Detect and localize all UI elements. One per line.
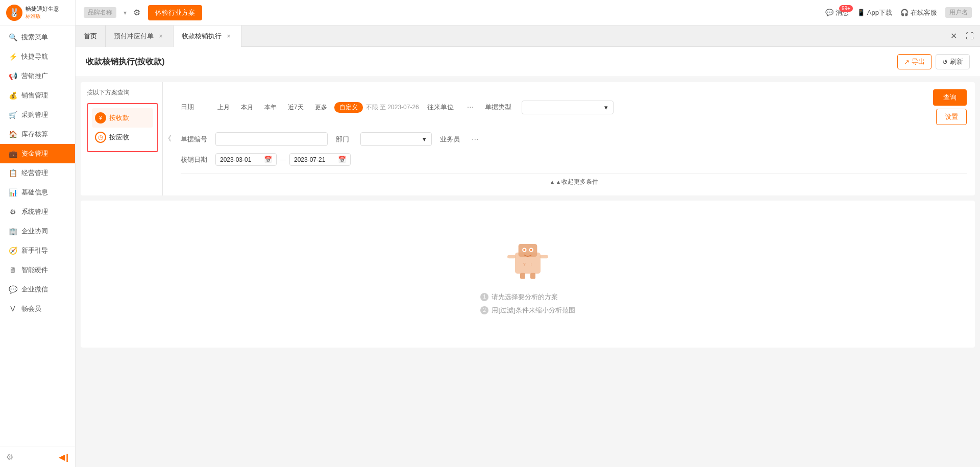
content-area: 收款核销执行(按收款) ↗ 导出 ↺ 刷新 按以下方案查询 ¥ — [76, 47, 980, 467]
settings-gear-icon[interactable]: ⚙ — [6, 452, 13, 462]
filter-option-by-receivable[interactable]: ◷ 按应收 — [92, 128, 153, 147]
calendar-start-icon[interactable]: 📅 — [264, 156, 272, 163]
tip-number-2: 2 — [480, 306, 488, 314]
tip-text-2: 用[过滤]条件来缩小分析范围 — [492, 304, 575, 317]
collapse-more-btn[interactable]: ▲▲ 收起更多条件 — [181, 173, 967, 188]
doc-type-select[interactable]: ▾ — [522, 101, 614, 114]
shortcut-this-year[interactable]: 本年 — [260, 102, 281, 113]
tab-expand-icon[interactable]: ⛶ — [964, 30, 976, 42]
svg-rect-8 — [507, 255, 516, 259]
dept-chevron-icon: ▾ — [423, 135, 426, 143]
tab-verify[interactable]: 收款核销执行 × — [174, 26, 241, 47]
shortcut-more[interactable]: 更多 — [311, 102, 331, 113]
date-shortcuts: 上月 本月 本年 近7天 更多 自定义 不限 至 2023-07-26 — [213, 102, 419, 113]
sidebar-item-basic[interactable]: 📊 基础信息 — [0, 183, 75, 202]
search-icon: 🔍 — [8, 33, 17, 42]
doc-no-input[interactable] — [215, 132, 328, 146]
filter-collapse-button[interactable]: 《 — [162, 82, 173, 195]
purchase-icon: 🛒 — [8, 110, 17, 119]
sidebar-label-finance: 资金管理 — [21, 149, 48, 158]
sidebar-item-wechat[interactable]: 💬 企业微信 — [0, 280, 75, 299]
shortcut-custom[interactable]: 自定义 — [334, 102, 363, 113]
marketing-icon: 📢 — [8, 71, 17, 81]
logo-sub: 标准版 — [26, 13, 59, 20]
tab-verify-close-icon[interactable]: × — [225, 32, 233, 40]
by-receivable-icon: ◷ — [95, 132, 106, 143]
system-icon: ⚙ — [8, 207, 17, 216]
tab-verify-label: 收款核销执行 — [182, 32, 222, 41]
sidebar-item-finance[interactable]: 💼 资金管理 — [0, 144, 75, 163]
sidebar-item-shortcut[interactable]: ⚡ 快捷导航 — [0, 47, 75, 66]
tab-home[interactable]: 首页 — [76, 26, 106, 47]
sidebar-label-basic: 基础信息 — [21, 188, 48, 197]
shortcut-7days[interactable]: 近7天 — [284, 102, 308, 113]
verify-date-start-input[interactable]: 2023-03-01 📅 — [215, 153, 277, 166]
topbar-username: 用户名 — [945, 7, 972, 18]
topbar-gear-icon[interactable]: ⚙ — [130, 6, 144, 20]
tab-bar-actions: ✕ ⛶ — [947, 30, 980, 42]
sidebar-label-operation: 经营管理 — [21, 168, 48, 178]
empty-state: ? ! 1 请先选择要分析的方案 2 用[过滤]条件来缩小分析范围 — [81, 201, 975, 348]
svg-point-5 — [530, 249, 532, 251]
filter-row-2: 单据编号 部门 ▾ 业务员 ··· — [181, 132, 967, 146]
tab-prepay[interactable]: 预付冲应付单 × — [106, 26, 174, 47]
page-header-actions: ↗ 导出 ↺ 刷新 — [897, 54, 970, 77]
by-receipt-icon: ¥ — [95, 112, 106, 124]
empty-tips: 1 请先选择要分析的方案 2 用[过滤]条件来缩小分析范围 — [480, 290, 575, 317]
topbar-brand: 品牌名称 — [84, 7, 116, 18]
sidebar-item-guide[interactable]: 🧭 新手引导 — [0, 241, 75, 260]
tab-close-icon[interactable]: ✕ — [947, 30, 960, 42]
filter-sidebar-title: 按以下方案查询 — [87, 88, 156, 97]
topbar-app-download[interactable]: 📱 App下载 — [857, 8, 892, 17]
sidebar-item-hardware[interactable]: 🖥 智能硬件 — [0, 260, 75, 280]
sidebar-label-inventory: 库存核算 — [21, 130, 48, 139]
filter-main: 日期 上月 本月 本年 近7天 更多 自定义 不限 至 2023-07-26 往… — [173, 82, 975, 195]
logo-name: 畅捷通好生意 — [26, 5, 59, 12]
sidebar-item-purchase[interactable]: 🛒 采购管理 — [0, 105, 75, 125]
svg-point-3 — [523, 249, 525, 251]
sidebar-item-operation[interactable]: 📋 经营管理 — [0, 163, 75, 183]
sidebar-label-member: 畅会员 — [21, 304, 41, 313]
filter-option-by-receipt[interactable]: ¥ 按收款 — [92, 108, 153, 128]
basic-icon: 📊 — [8, 188, 17, 197]
verify-date-end-input[interactable]: 2023-07-21 📅 — [289, 153, 351, 166]
sidebar-label-marketing: 营销推广 — [21, 71, 48, 81]
sidebar-item-marketing[interactable]: 📢 营销推广 — [0, 66, 75, 86]
sidebar-item-search[interactable]: 🔍 搜索菜单 — [0, 28, 75, 47]
sidebar-label-sales: 销售管理 — [21, 91, 48, 100]
sidebar-item-system[interactable]: ⚙ 系统管理 — [0, 202, 75, 222]
counterpart-ellipsis-btn[interactable]: ··· — [464, 103, 477, 112]
topbar-online-service[interactable]: 🎧 在线客服 — [900, 8, 937, 17]
filter-row-1: 日期 上月 本月 本年 近7天 更多 自定义 不限 至 2023-07-26 往… — [181, 89, 967, 125]
dept-select[interactable]: ▾ — [360, 132, 432, 146]
tab-prepay-close-icon[interactable]: × — [157, 32, 165, 40]
brand-chevron-icon[interactable]: ▾ — [124, 9, 127, 16]
topbar: 品牌名称 ▾ ⚙ 体验行业方案 💬 消息 99+ 📱 App下载 🎧 在线客服 … — [76, 0, 980, 26]
verify-date-label: 核销日期 — [181, 155, 207, 164]
app-label: App下载 — [867, 8, 892, 17]
shortcut-this-month[interactable]: 本月 — [237, 102, 257, 113]
solution-button[interactable]: 体验行业方案 — [148, 5, 202, 20]
export-icon: ↗ — [904, 58, 910, 66]
sidebar-item-member[interactable]: V 畅会员 — [0, 299, 75, 318]
query-button[interactable]: 查询 — [933, 89, 967, 106]
settings-button[interactable]: 设置 — [936, 109, 967, 125]
empty-tip-row-1: 1 请先选择要分析的方案 — [480, 290, 575, 304]
finance-icon: 💼 — [8, 149, 17, 158]
collapse-left-icon: 《 — [164, 134, 172, 143]
verify-date-range: 2023-03-01 📅 — 2023-07-21 📅 — [215, 153, 351, 166]
sidebar-item-inventory[interactable]: 🏠 库存核算 — [0, 125, 75, 144]
refresh-button[interactable]: ↺ 刷新 — [936, 54, 970, 69]
collapse-sidebar-btn[interactable]: ◀‖ — [59, 452, 69, 462]
topbar-message[interactable]: 💬 消息 99+ — [825, 8, 849, 17]
service-icon: 🎧 — [900, 9, 909, 16]
svg-rect-7 — [530, 273, 535, 279]
shortcut-last-month[interactable]: 上月 — [213, 102, 234, 113]
export-button[interactable]: ↗ 导出 — [897, 54, 932, 69]
sidebar-item-sales[interactable]: 💰 销售管理 — [0, 86, 75, 105]
staff-ellipsis-btn[interactable]: ··· — [469, 135, 481, 144]
calendar-end-icon[interactable]: 📅 — [338, 156, 346, 163]
sidebar-nav: 🔍 搜索菜单 ⚡ 快捷导航 📢 营销推广 💰 销售管理 🛒 采购管理 🏠 库存核… — [0, 26, 75, 447]
date-label: 日期 — [181, 103, 205, 112]
sidebar-item-collab[interactable]: 🏢 企业协同 — [0, 222, 75, 241]
